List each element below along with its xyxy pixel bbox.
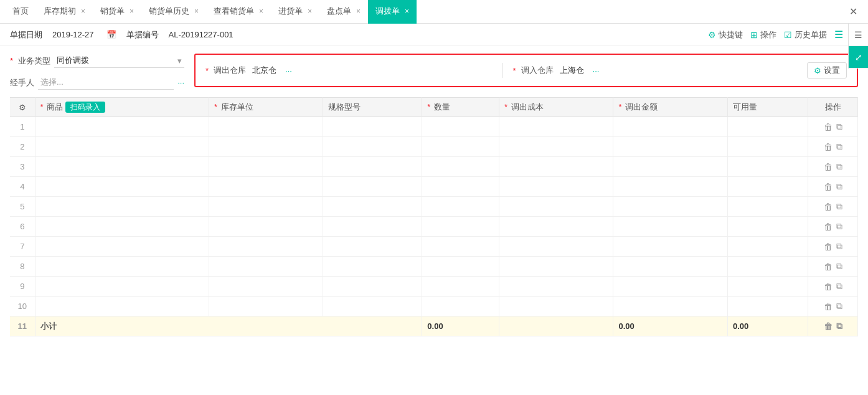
row-product-8[interactable] [35, 257, 209, 277]
copy-icon-7[interactable]: ⧉ [836, 241, 842, 252]
row-available-4[interactable] [727, 177, 808, 197]
business-type-select[interactable]: 同价调拨 ▾ [54, 54, 184, 68]
delete-icon-8[interactable]: 🗑 [824, 262, 833, 272]
delete-icon-9[interactable]: 🗑 [824, 282, 833, 292]
row-available-3[interactable] [727, 157, 808, 177]
copy-icon-1[interactable]: ⧉ [836, 121, 842, 132]
row-amount-1[interactable] [613, 117, 728, 137]
delete-icon-5[interactable]: 🗑 [824, 202, 833, 212]
copy-icon-4[interactable]: ⧉ [836, 181, 842, 192]
delete-icon-10[interactable]: 🗑 [824, 302, 833, 312]
row-available-10[interactable] [727, 297, 808, 316]
row-product-4[interactable] [35, 177, 209, 197]
delete-icon-7[interactable]: 🗑 [824, 242, 833, 252]
subtotal-copy-icon[interactable]: ⧉ [836, 321, 842, 331]
window-close-button[interactable]: ✕ [843, 2, 863, 22]
row-cost-4[interactable] [499, 177, 613, 197]
row-product-3[interactable] [35, 157, 209, 177]
delete-icon-3[interactable]: 🗑 [824, 162, 833, 172]
tab-sales-order[interactable]: 销货单 × [93, 0, 141, 24]
row-available-2[interactable] [727, 137, 808, 157]
subtotal-delete-icon[interactable]: 🗑 [824, 321, 833, 331]
calendar-icon[interactable]: 📅 [106, 30, 116, 39]
copy-icon-9[interactable]: ⧉ [836, 281, 842, 292]
layout-button-1[interactable]: ☰ [834, 29, 843, 40]
row-unit-8[interactable] [209, 257, 323, 277]
tab-sales-order-close[interactable]: × [130, 7, 134, 16]
row-product-9[interactable] [35, 277, 209, 297]
row-available-7[interactable] [727, 237, 808, 257]
row-product-1[interactable] [35, 117, 209, 137]
tab-purchase[interactable]: 进货单 × [271, 0, 319, 24]
row-unit-1[interactable] [209, 117, 323, 137]
row-product-2[interactable] [35, 137, 209, 157]
row-cost-10[interactable] [499, 297, 613, 316]
scan-entry-button[interactable]: 扫码录入 [65, 102, 105, 113]
row-unit-5[interactable] [209, 197, 323, 217]
copy-icon-2[interactable]: ⧉ [836, 141, 842, 152]
operator-select[interactable]: 选择... [38, 75, 174, 90]
row-product-10[interactable] [35, 297, 209, 316]
row-cost-1[interactable] [499, 117, 613, 137]
row-quantity-9[interactable] [422, 277, 499, 297]
row-quantity-8[interactable] [422, 257, 499, 277]
row-unit-10[interactable] [209, 297, 323, 316]
delete-icon-4[interactable]: 🗑 [824, 182, 833, 192]
row-spec-3[interactable] [323, 157, 422, 177]
row-unit-3[interactable] [209, 157, 323, 177]
row-quantity-2[interactable] [422, 137, 499, 157]
tab-inventory-init-close[interactable]: × [81, 7, 85, 16]
row-quantity-6[interactable] [422, 217, 499, 237]
tab-sales-history[interactable]: 销货单历史 × [141, 0, 206, 24]
row-spec-7[interactable] [323, 237, 422, 257]
copy-icon-6[interactable]: ⧉ [836, 221, 842, 232]
row-spec-2[interactable] [323, 137, 422, 157]
tab-inventory-init[interactable]: 库存期初 × [36, 0, 93, 24]
tab-purchase-close[interactable]: × [308, 7, 312, 16]
row-spec-5[interactable] [323, 197, 422, 217]
row-cost-9[interactable] [499, 277, 613, 297]
row-quantity-7[interactable] [422, 237, 499, 257]
row-unit-4[interactable] [209, 177, 323, 197]
row-spec-10[interactable] [323, 297, 422, 316]
row-available-9[interactable] [727, 277, 808, 297]
row-available-8[interactable] [727, 257, 808, 277]
row-cost-3[interactable] [499, 157, 613, 177]
tab-inventory-count-close[interactable]: × [356, 7, 361, 16]
row-product-7[interactable] [35, 237, 209, 257]
row-unit-6[interactable] [209, 217, 323, 237]
row-available-6[interactable] [727, 217, 808, 237]
row-amount-5[interactable] [613, 197, 728, 217]
tab-inventory-count[interactable]: 盘点单 × [319, 0, 368, 24]
tab-sales-history-close[interactable]: × [194, 7, 199, 16]
row-amount-4[interactable] [613, 177, 728, 197]
row-unit-2[interactable] [209, 137, 323, 157]
copy-icon-5[interactable]: ⧉ [836, 201, 842, 212]
row-amount-2[interactable] [613, 137, 728, 157]
row-quantity-4[interactable] [422, 177, 499, 197]
row-cost-7[interactable] [499, 237, 613, 257]
row-quantity-3[interactable] [422, 157, 499, 177]
delete-icon-1[interactable]: 🗑 [824, 122, 833, 132]
sidebar-list-icon[interactable]: ☰ [849, 24, 869, 46]
row-product-5[interactable] [35, 197, 209, 217]
row-quantity-5[interactable] [422, 197, 499, 217]
th-gear[interactable]: ⚙ [10, 98, 35, 117]
row-cost-2[interactable] [499, 137, 613, 157]
row-amount-9[interactable] [613, 277, 728, 297]
delete-icon-6[interactable]: 🗑 [824, 222, 833, 232]
tab-view-sales-close[interactable]: × [259, 7, 263, 16]
operator-more-icon[interactable]: ··· [177, 78, 184, 87]
row-amount-7[interactable] [613, 237, 728, 257]
tab-home[interactable]: 首页 [5, 0, 36, 24]
row-cost-6[interactable] [499, 217, 613, 237]
delete-icon-2[interactable]: 🗑 [824, 142, 833, 152]
shortcut-button[interactable]: ⚙ 快捷键 [708, 29, 743, 40]
row-spec-8[interactable] [323, 257, 422, 277]
row-cost-5[interactable] [499, 197, 613, 217]
row-quantity-1[interactable] [422, 117, 499, 137]
history-button[interactable]: ☑ 历史单据 [784, 29, 827, 40]
warehouse-in-more-icon[interactable]: ··· [593, 66, 600, 75]
row-spec-4[interactable] [323, 177, 422, 197]
row-amount-3[interactable] [613, 157, 728, 177]
